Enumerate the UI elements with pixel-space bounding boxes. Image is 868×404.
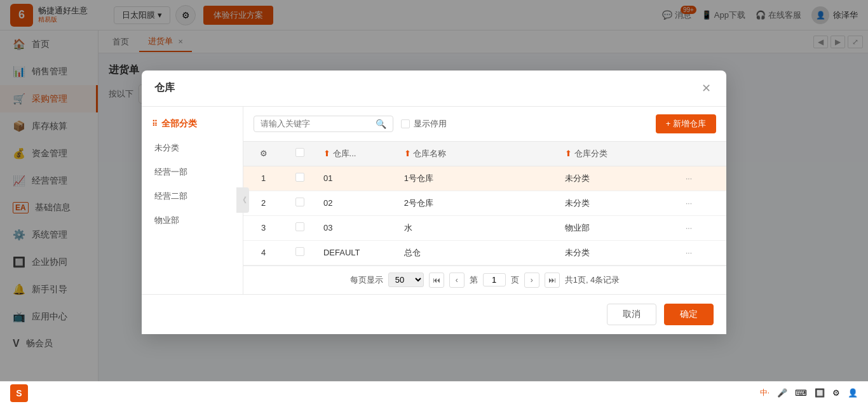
page-label2: 页 <box>511 274 519 286</box>
row-actions[interactable]: ··· <box>678 166 726 191</box>
modal-all-category[interactable]: ⠿ 全部分类 <box>142 112 243 136</box>
category-uncategorized[interactable]: 未分类 <box>142 136 243 160</box>
total-info: 共1页, 4条记录 <box>565 274 620 286</box>
settings-tray-icon[interactable]: ⚙ <box>832 388 840 398</box>
col-header-code: ⬆ 仓库... <box>316 142 397 166</box>
confirm-button[interactable]: 确定 <box>664 304 714 325</box>
category-property[interactable]: 物业部 <box>142 208 243 232</box>
row-num: 3 <box>243 215 283 240</box>
row-category: 未分类 <box>557 191 678 215</box>
brand-logo: S <box>10 384 28 402</box>
row-checkbox-cell[interactable] <box>283 240 316 265</box>
page-label: 第 <box>470 274 478 286</box>
sort-icon-name: ⬆ <box>404 149 411 158</box>
table-row[interactable]: 1 01 1号仓库 未分类 ··· <box>243 166 726 191</box>
row-code: 01 <box>316 166 397 191</box>
show-disabled-label[interactable]: 显示停用 <box>401 118 447 130</box>
page-number-input[interactable] <box>483 273 506 286</box>
table-row[interactable]: 4 DEFAULT 总仓 未分类 ··· <box>243 240 726 265</box>
col-header-category: ⬆ 仓库分类 <box>557 142 678 166</box>
per-page-select[interactable]: 50 100 <box>388 273 424 287</box>
row-name: 1号仓库 <box>397 166 557 191</box>
add-warehouse-button[interactable]: + 新增仓库 <box>656 114 716 133</box>
show-disabled-checkbox[interactable] <box>401 119 410 128</box>
per-page-label: 每页显示 <box>350 274 383 286</box>
keyboard-icon[interactable]: ⌨ <box>795 388 807 398</box>
row-actions[interactable]: ··· <box>678 215 726 240</box>
search-box[interactable]: 🔍 <box>254 116 393 132</box>
user-tray-icon[interactable]: 👤 <box>848 388 858 398</box>
warehouse-table: ⚙ ⬆ 仓库... ⬆ <box>243 142 726 266</box>
gear-icon[interactable]: ⚙ <box>260 149 268 158</box>
row-code: DEFAULT <box>316 240 397 265</box>
modal-search-toolbar: 🔍 显示停用 + 新增仓库 <box>243 107 726 142</box>
sidebar-collapse-button[interactable]: 《 <box>236 187 249 213</box>
pagination-bar: 每页显示 50 100 ⏮ ‹ 第 页 › ⏭ 共1页, 4条记录 <box>243 266 726 294</box>
next-page-button[interactable]: › <box>524 273 539 288</box>
modal-close-button[interactable]: ✕ <box>698 81 714 96</box>
modal-header: 仓库 ✕ <box>142 71 726 107</box>
search-icon: 🔍 <box>376 119 386 129</box>
category-operations2[interactable]: 经营二部 <box>142 184 243 208</box>
row-code: 02 <box>316 191 397 215</box>
show-disabled-text: 显示停用 <box>414 118 447 130</box>
row-name: 水 <box>397 215 557 240</box>
chinese-input-icon[interactable]: 中· <box>760 387 770 398</box>
row-checkbox-cell[interactable] <box>283 191 316 215</box>
table-row[interactable]: 2 02 2号仓库 未分类 ··· <box>243 191 726 215</box>
bottom-bar: S 中· 🎤 ⌨ 🔲 ⚙ 👤 <box>0 381 868 404</box>
modal-overlay: 仓库 ✕ ⠿ 全部分类 未分类 经营一部 经营二部 <box>0 0 868 404</box>
warehouse-modal: 仓库 ✕ ⠿ 全部分类 未分类 经营一部 经营二部 <box>142 71 726 334</box>
sort-icon: ⬆ <box>323 149 330 158</box>
modal-table-wrap: ⚙ ⬆ 仓库... ⬆ <box>243 142 726 266</box>
modal-body: ⠿ 全部分类 未分类 经营一部 经营二部 物业部 《 <box>142 107 726 294</box>
cancel-button[interactable]: 取消 <box>607 304 656 325</box>
row-checkbox-cell[interactable] <box>283 215 316 240</box>
modal-main: 🔍 显示停用 + 新增仓库 ⚙ <box>243 107 726 294</box>
col-header-name: ⬆ 仓库名称 <box>397 142 557 166</box>
row-category: 未分类 <box>557 240 678 265</box>
row-num: 4 <box>243 240 283 265</box>
row-name: 2号仓库 <box>397 191 557 215</box>
row-actions[interactable]: ··· <box>678 191 726 215</box>
col-header-actions <box>678 142 726 166</box>
modal-sidebar: ⠿ 全部分类 未分类 经营一部 经营二部 物业部 《 <box>142 107 243 294</box>
select-all-checkbox[interactable] <box>295 148 304 157</box>
row-category: 物业部 <box>557 215 678 240</box>
category-operations1[interactable]: 经营一部 <box>142 160 243 184</box>
sort-icon-cat: ⬆ <box>565 149 572 158</box>
table-row[interactable]: 3 03 水 物业部 ··· <box>243 215 726 240</box>
last-page-button[interactable]: ⏭ <box>545 273 560 288</box>
mic-icon[interactable]: 🎤 <box>777 388 787 398</box>
search-input[interactable] <box>261 119 372 128</box>
table-header-row: ⚙ ⬆ 仓库... ⬆ <box>243 142 726 166</box>
modal-title: 仓库 <box>154 81 175 95</box>
prev-page-button[interactable]: ‹ <box>449 273 465 288</box>
bottom-icons: 中· 🎤 ⌨ 🔲 ⚙ 👤 <box>760 387 858 398</box>
row-name: 总仓 <box>397 240 557 265</box>
all-category-label: 全部分类 <box>161 118 197 130</box>
row-num: 2 <box>243 191 283 215</box>
col-header-check <box>283 142 316 166</box>
row-checkbox-cell[interactable] <box>283 166 316 191</box>
first-page-button[interactable]: ⏮ <box>429 273 444 288</box>
row-num: 1 <box>243 166 283 191</box>
modal-actions: 取消 确定 <box>142 294 726 334</box>
col-header-gear: ⚙ <box>243 142 283 166</box>
row-code: 03 <box>316 215 397 240</box>
screen-icon[interactable]: 🔲 <box>815 388 825 398</box>
row-actions[interactable]: ··· <box>678 240 726 265</box>
row-category: 未分类 <box>557 166 678 191</box>
grid-icon: ⠿ <box>152 119 158 128</box>
